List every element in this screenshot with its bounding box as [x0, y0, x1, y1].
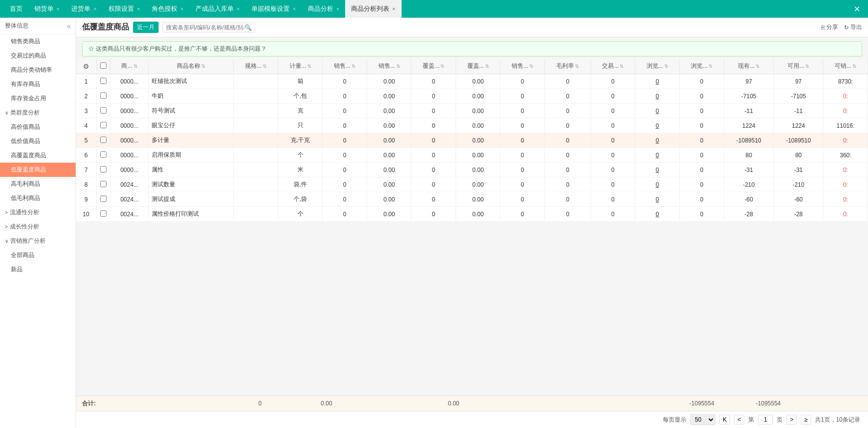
sidebar-item-交易过的商品[interactable]: 交易过的商品: [0, 49, 76, 63]
last-page-button[interactable]: ≥: [801, 415, 811, 425]
time-filter-button[interactable]: 近一月: [133, 22, 159, 33]
tab-close-icon[interactable]: ×: [392, 6, 395, 12]
next-page-button[interactable]: >: [787, 415, 797, 425]
row-checkbox[interactable]: [96, 207, 110, 222]
col-header-trade[interactable]: 交易...⇅: [591, 58, 635, 74]
window-close-button[interactable]: ✕: [850, 4, 864, 14]
nav-tab-首页[interactable]: 首页: [4, 0, 28, 18]
sidebar-section-成长性分析[interactable]: >成长性分析: [0, 220, 76, 234]
tab-close-icon[interactable]: ×: [293, 6, 296, 12]
col-header-view2[interactable]: 浏览...⇅: [679, 58, 724, 74]
column-settings-icon[interactable]: ⚙: [83, 62, 89, 70]
row-cover1: 0: [411, 74, 456, 89]
col-header-cover2[interactable]: 覆盖...⇅: [456, 58, 500, 74]
sidebar-collapse-icon[interactable]: «: [67, 22, 71, 30]
row-sales2: 0.00: [367, 163, 411, 177]
row-view1[interactable]: 0: [635, 133, 680, 148]
row-name: 属性价格打印测试: [149, 207, 234, 222]
tab-close-icon[interactable]: ×: [237, 6, 240, 12]
row-view1[interactable]: 0: [635, 89, 680, 104]
col-header-current[interactable]: 现有...⇅: [724, 58, 774, 74]
col-header-code[interactable]: 商...⇅: [110, 58, 149, 74]
nav-tab-进货单[interactable]: 进货单×: [65, 0, 102, 18]
row-view1[interactable]: 0: [635, 207, 680, 222]
row-checkbox[interactable]: [96, 148, 110, 163]
col-header-sellable[interactable]: 可销...⇅: [823, 58, 868, 74]
col-header-cover1[interactable]: 覆盖...⇅: [411, 58, 456, 74]
col-header-name[interactable]: 商品名称⇅: [149, 58, 234, 74]
col-header-unit[interactable]: 计量...⇅: [278, 58, 323, 74]
sidebar-item-商品分类动销率[interactable]: 商品分类动销率: [0, 63, 76, 77]
col-header-spec[interactable]: 规格...⇅: [234, 58, 278, 74]
nav-tab-商品分析[interactable]: 商品分析×: [302, 0, 345, 18]
row-checkbox[interactable]: [96, 133, 110, 148]
sidebar-item-高覆盖度商品[interactable]: 高覆盖度商品: [0, 148, 76, 163]
col-header-sales1[interactable]: 销售...⇅: [323, 58, 367, 74]
page-number-input[interactable]: [758, 415, 773, 425]
col-header-view1[interactable]: 浏览...⇅: [635, 58, 680, 74]
row-spec: [234, 104, 278, 118]
sidebar-item-低毛利商品[interactable]: 低毛利商品: [0, 191, 76, 205]
first-page-button[interactable]: K: [719, 415, 730, 425]
share-label: 分享: [826, 23, 838, 31]
row-checkbox[interactable]: [96, 192, 110, 207]
tab-close-icon[interactable]: ×: [56, 6, 59, 12]
row-name: 属性: [149, 163, 234, 177]
nav-tab-角色授权[interactable]: 角色授权×: [146, 0, 189, 18]
search-input[interactable]: [166, 24, 244, 31]
col-header-available[interactable]: 可用...⇅: [774, 58, 823, 74]
row-view1[interactable]: 0: [635, 177, 680, 192]
row-view1[interactable]: 0: [635, 192, 680, 207]
sidebar-section-流通性分析[interactable]: >流通性分析: [0, 205, 76, 220]
row-view1[interactable]: 0: [635, 148, 680, 163]
tab-close-icon[interactable]: ×: [137, 6, 140, 12]
data-table: ⚙商...⇅商品名称⇅规格...⇅计量...⇅销售...⇅销售...⇅覆盖...…: [76, 58, 868, 222]
row-current: -60: [724, 192, 774, 207]
row-checkbox[interactable]: [96, 104, 110, 118]
select-all-checkbox[interactable]: [100, 62, 107, 69]
sidebar-item-新品[interactable]: 新品: [0, 262, 76, 277]
share-button[interactable]: ⎘ 分享: [821, 23, 838, 31]
export-button[interactable]: ↻ 导出: [844, 23, 862, 31]
sidebar-item-库存资金占用[interactable]: 库存资金占用: [0, 91, 76, 106]
nav-tab-权限设置[interactable]: 权限设置×: [103, 0, 146, 18]
sidebar-item-低覆盖度商品[interactable]: 低覆盖度商品: [0, 163, 76, 177]
prev-page-button[interactable]: <: [734, 415, 744, 425]
sidebar-section-营销推广分析[interactable]: ∨营销推广分析: [0, 234, 76, 248]
row-sales1: 0: [323, 177, 367, 192]
row-view1[interactable]: 0: [635, 163, 680, 177]
row-sales1: 0: [323, 207, 367, 222]
sidebar-item-全部商品[interactable]: 全部商品: [0, 248, 76, 262]
col-header-sales3[interactable]: 销售...⇅: [500, 58, 545, 74]
table-container[interactable]: ⚙商...⇅商品名称⇅规格...⇅计量...⇅销售...⇅销售...⇅覆盖...…: [76, 58, 868, 396]
row-checkbox[interactable]: [96, 177, 110, 192]
tab-close-icon[interactable]: ×: [180, 6, 183, 12]
sidebar-section-类群度分析[interactable]: ∨类群度分析: [0, 106, 76, 120]
row-checkbox[interactable]: [96, 74, 110, 89]
row-view1[interactable]: 0: [635, 104, 680, 118]
page-size-select[interactable]: 50 100 200: [690, 414, 715, 425]
col-header-sales2[interactable]: 销售...⇅: [367, 58, 411, 74]
sidebar-item-有库存商品[interactable]: 有库存商品: [0, 77, 76, 91]
nav-tab-产成品入库单[interactable]: 产成品入库单×: [190, 0, 245, 18]
sidebar-item-高价值商品[interactable]: 高价值商品: [0, 120, 76, 134]
row-checkbox[interactable]: [96, 118, 110, 133]
col-header-margin[interactable]: 毛利率⇅: [544, 58, 591, 74]
row-checkbox[interactable]: [96, 89, 110, 104]
row-unit: 克: [278, 104, 323, 118]
sidebar-item-高毛利商品[interactable]: 高毛利商品: [0, 177, 76, 191]
row-view1[interactable]: 0: [635, 74, 680, 89]
row-checkbox[interactable]: [96, 163, 110, 177]
tab-close-icon[interactable]: ×: [336, 6, 339, 12]
nav-tab-销货单[interactable]: 销货单×: [28, 0, 65, 18]
row-spec: [234, 148, 278, 163]
row-view1[interactable]: 0: [635, 118, 680, 133]
nav-tab-单据模板设置[interactable]: 单据模板设置×: [245, 0, 301, 18]
row-sales3: 0: [500, 104, 545, 118]
tab-close-icon[interactable]: ×: [93, 6, 96, 12]
sidebar-item-销售类商品[interactable]: 销售类商品: [0, 34, 76, 49]
search-icon[interactable]: 🔍: [244, 24, 252, 31]
content-header: 低覆盖度商品 近一月 🔍 ⎘ 分享 ↻ 导出: [76, 18, 868, 37]
sidebar-item-低价值商品[interactable]: 低价值商品: [0, 134, 76, 148]
nav-tab-商品分析列表[interactable]: 商品分析列表×: [345, 0, 401, 18]
